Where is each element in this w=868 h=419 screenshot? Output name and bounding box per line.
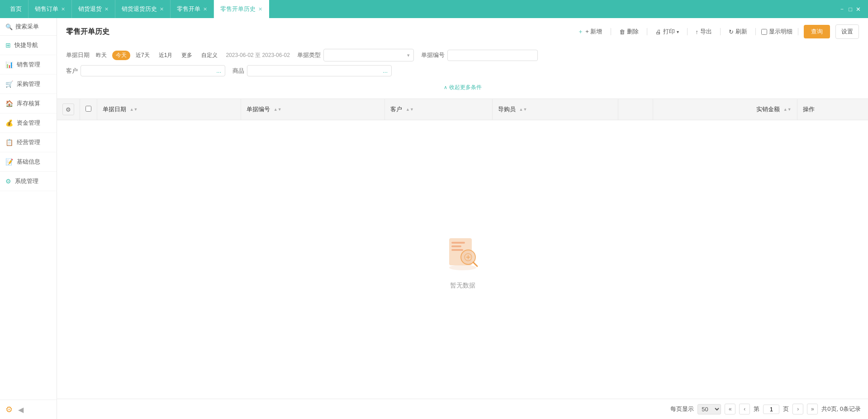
- finance-icon: 💰: [5, 119, 13, 127]
- goods-ellipsis-btn[interactable]: ...: [383, 67, 388, 74]
- page-label: 第: [754, 405, 759, 413]
- print-dropdown-icon: ▾: [677, 29, 679, 34]
- gear-icon[interactable]: ⚙: [5, 405, 13, 414]
- th-settings: ⚙: [57, 99, 80, 120]
- filter-area: 单据日期 昨天 今天 近7天 近1月 更多 自定义 2023-06-02 至 2…: [66, 44, 859, 99]
- sidebar-item-basic-info[interactable]: 📝 基础信息: [0, 152, 57, 172]
- sort-date-icon[interactable]: ▲▼: [130, 108, 138, 112]
- select-all-checkbox[interactable]: [85, 106, 91, 112]
- display-detail-checkbox[interactable]: [761, 29, 767, 35]
- sidebar-item-purchase-mgmt[interactable]: 🛒 采购管理: [0, 75, 57, 94]
- last-page-btn[interactable]: »: [807, 404, 818, 414]
- divider-1: [611, 28, 611, 35]
- customer-label: 客户: [66, 67, 78, 75]
- tab-sales-return-history[interactable]: 销货退货历史 ✕: [115, 0, 171, 18]
- sort-amount-icon[interactable]: ▲▼: [783, 108, 792, 112]
- close-sales-order[interactable]: ✕: [61, 6, 65, 12]
- doc-type-label: 单据类型: [297, 51, 321, 59]
- close-retail-history[interactable]: ✕: [258, 6, 262, 12]
- date-filter-buttons: 昨天 今天 近7天 近1月 更多 自定义: [92, 51, 221, 60]
- content-area: 零售开单历史 ＋ + 新增 🗑 删除 🖨 打印 ▾: [57, 18, 868, 419]
- date-filter-group: 单据日期 昨天 今天 近7天 近1月 更多 自定义 2023-06-02 至 2…: [66, 51, 290, 60]
- page-label-end: 页: [783, 405, 789, 413]
- date-btn-today[interactable]: 今天: [112, 51, 130, 60]
- next-page-btn[interactable]: ›: [792, 404, 803, 414]
- header-actions: ＋ + 新增 🗑 删除 🖨 打印 ▾: [575, 24, 859, 39]
- query-button[interactable]: 查询: [804, 25, 830, 38]
- quick-nav-icon: ⊞: [5, 42, 11, 49]
- refresh-icon: ↻: [729, 28, 734, 35]
- th-action: 操作: [797, 99, 868, 120]
- basic-info-icon: 📝: [5, 158, 13, 165]
- delete-button[interactable]: 🗑 删除: [617, 26, 641, 38]
- top-nav: 首页 销售订单 ✕ 销货退货 ✕ 销货退货历史 ✕ 零售开单 ✕ 零售开单历史 …: [0, 0, 868, 18]
- tab-retail-history[interactable]: 零售开单历史 ✕: [214, 0, 269, 18]
- date-btn-more[interactable]: 更多: [178, 51, 196, 60]
- export-button[interactable]: ↑ 导出: [693, 26, 715, 38]
- maximize-btn[interactable]: □: [849, 6, 852, 13]
- delete-icon: 🗑: [619, 28, 625, 35]
- page-number-input[interactable]: [763, 405, 779, 414]
- sidebar-item-inventory[interactable]: 🏠 库存核算: [0, 94, 57, 113]
- print-button[interactable]: 🖨 打印 ▾: [653, 26, 682, 38]
- close-sales-return[interactable]: ✕: [104, 6, 109, 12]
- page-header: 零售开单历史 ＋ + 新增 🗑 删除 🖨 打印 ▾: [57, 18, 868, 99]
- customer-input[interactable]: ...: [81, 65, 225, 76]
- window-close-btn[interactable]: ✕: [856, 6, 861, 13]
- date-btn-7days[interactable]: 近7天: [132, 51, 153, 60]
- sort-number-icon[interactable]: ▲▼: [274, 108, 282, 112]
- table-settings-icon[interactable]: ⚙: [62, 104, 74, 115]
- sidebar-bottom: ⚙ ◀: [0, 400, 57, 419]
- date-btn-custom[interactable]: 自定义: [198, 51, 221, 60]
- tab-retail-open[interactable]: 零售开单 ✕: [171, 0, 214, 18]
- sidebar-item-quick-nav[interactable]: ⊞ 快捷导航: [0, 36, 57, 55]
- tab-home[interactable]: 首页: [4, 0, 28, 18]
- sidebar-item-sales-mgmt[interactable]: 📊 销售管理: [0, 55, 57, 75]
- add-button[interactable]: ＋ + 新增: [575, 26, 605, 38]
- data-table: ⚙ 单据日期 ▲▼ 单据编号 ▲▼: [57, 99, 868, 120]
- goods-label: 商品: [232, 67, 244, 75]
- refresh-button[interactable]: ↻ 刷新: [726, 26, 750, 38]
- divider-2: [647, 28, 647, 35]
- doc-number-input[interactable]: [447, 50, 538, 61]
- main-layout: 🔍 搜索采单 ⊞ 快捷导航 📊 销售管理 🛒 采购管理 🏠 库存核算 💰 资金管…: [0, 18, 868, 419]
- settings-button[interactable]: 设置: [835, 24, 859, 39]
- customer-ellipsis-btn[interactable]: ...: [216, 67, 221, 74]
- first-page-btn[interactable]: «: [725, 404, 735, 414]
- date-btn-yesterday[interactable]: 昨天: [92, 51, 110, 60]
- th-date: 单据日期 ▲▼: [97, 99, 241, 120]
- collapse-sidebar-icon[interactable]: ◀: [18, 405, 24, 414]
- th-spacer: [618, 99, 653, 120]
- svg-rect-3: [451, 245, 461, 247]
- inventory-icon: 🏠: [5, 100, 13, 107]
- display-detail-toggle[interactable]: 显示明细: [761, 28, 792, 36]
- date-btn-1month[interactable]: 近1月: [155, 51, 176, 60]
- tab-sales-return[interactable]: 销货退货 ✕: [72, 0, 115, 18]
- tab-sales-order[interactable]: 销售订单 ✕: [28, 0, 72, 18]
- doc-type-select[interactable]: ▾: [323, 49, 414, 61]
- page-header-top: 零售开单历史 ＋ + 新增 🗑 删除 🖨 打印 ▾: [66, 24, 859, 39]
- prev-page-btn[interactable]: ‹: [739, 404, 750, 414]
- sort-customer-icon[interactable]: ▲▼: [406, 108, 414, 112]
- sort-salesperson-icon[interactable]: ▲▼: [519, 108, 527, 112]
- sidebar-item-system[interactable]: ⚙ 系统管理: [0, 172, 57, 191]
- close-sales-return-history[interactable]: ✕: [160, 6, 164, 12]
- sidebar-item-operations[interactable]: 📋 经营管理: [0, 133, 57, 152]
- close-retail-open[interactable]: ✕: [203, 6, 207, 12]
- goods-filter-group: 商品 ...: [232, 65, 392, 76]
- search-icon: 🔍: [5, 24, 13, 30]
- pagination: 每页显示 50 10 20 100 « ‹ 第 页 › » 共0页, 0条记录: [57, 399, 868, 419]
- doc-number-filter-group: 单据编号: [421, 50, 538, 61]
- purchase-icon: 🛒: [5, 80, 13, 88]
- svg-rect-4: [451, 249, 463, 251]
- per-page-select[interactable]: 50 10 20 100: [697, 404, 721, 414]
- minimize-btn[interactable]: －: [839, 5, 845, 13]
- total-info: 共0页, 0条记录: [821, 405, 861, 413]
- goods-input[interactable]: ...: [247, 65, 392, 76]
- divider-5: [755, 28, 756, 35]
- table-header-row: ⚙ 单据日期 ▲▼ 单据编号 ▲▼: [57, 99, 868, 120]
- sidebar: 🔍 搜索采单 ⊞ 快捷导航 📊 销售管理 🛒 采购管理 🏠 库存核算 💰 资金管…: [0, 18, 57, 419]
- sidebar-item-finance[interactable]: 💰 资金管理: [0, 113, 57, 133]
- sidebar-search[interactable]: 🔍 搜索采单: [0, 18, 57, 36]
- collapse-filter-btn[interactable]: ∧ 收起更多条件: [444, 82, 482, 93]
